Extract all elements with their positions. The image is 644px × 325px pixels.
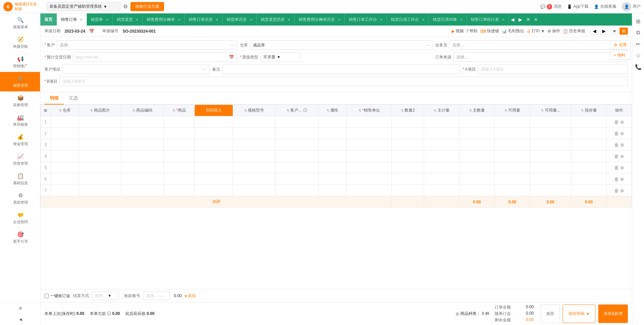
calendar-icon[interactable]: 📅 xyxy=(89,29,94,34)
tab-close-invoice-history[interactable]: ✕ xyxy=(250,18,252,22)
col-image[interactable]: ⇅ 商品图片 xyxy=(79,105,121,116)
col-available[interactable]: ⇅ 可用量 xyxy=(495,105,530,116)
sidebar-item-guide[interactable]: 🎯 新手引导 xyxy=(0,228,40,247)
right-panel-edit-icon[interactable]: ✏ xyxy=(633,39,643,49)
delete-row-2-btn[interactable]: 🗑 xyxy=(614,131,619,136)
tab-close-invoice[interactable]: ✕ xyxy=(106,18,108,22)
sidebar-item-marketing[interactable]: 📢 营销推广 xyxy=(0,52,40,72)
tab-close-expense-history[interactable]: ✕ xyxy=(338,18,340,22)
right-panel-star-icon[interactable]: ☆ xyxy=(633,50,643,60)
gear-icon[interactable]: ⚙ xyxy=(123,3,128,10)
b-project-input[interactable]: 请输入B项目 xyxy=(60,77,628,86)
app-download-btn[interactable]: 📱 App下载 xyxy=(567,4,589,9)
salesperson-input[interactable]: 选择... xyxy=(449,40,628,50)
tab-detail[interactable]: 明细 xyxy=(44,92,64,105)
profit-estimate-btn[interactable]: 📊 毛利预估 xyxy=(502,28,524,34)
settings-float-btn[interactable]: ⚙ 设置 xyxy=(610,40,631,49)
form-view-btn[interactable]: ⊞ xyxy=(619,28,628,35)
tab-menu-btn[interactable]: ≡ xyxy=(532,13,539,26)
sidebar-item-quicknav[interactable]: 🧭 快捷导航 xyxy=(0,33,40,52)
sidebar-item-operations[interactable]: 📈 经营管理 xyxy=(0,150,40,169)
system-selector[interactable]: 装备及固定资产辅助管理系统 ▼ xyxy=(46,2,120,11)
right-panel-copy-icon[interactable]: ⧉ xyxy=(633,28,643,38)
sidebar-settings-btn[interactable]: ⚙ xyxy=(0,303,40,314)
col-customer-code[interactable]: ⇅ 客户... ⓘ xyxy=(275,105,318,116)
save-new-btn[interactable]: 保存&新增 xyxy=(598,304,628,323)
customer-dots-btn[interactable]: ··· xyxy=(230,42,234,48)
order-source-input[interactable]: 选择... xyxy=(453,52,628,62)
col-scan[interactable]: 扫码录入 xyxy=(195,105,233,116)
col-unit[interactable]: ⇅ *销售单位 xyxy=(347,105,392,116)
history-order-btn[interactable]: 📋 历史单据 xyxy=(563,28,585,34)
tab-summary[interactable]: 汇总 xyxy=(64,92,83,105)
tab-sales-order[interactable]: 销售订单 ✕ xyxy=(57,13,87,26)
delete-row-1-btn[interactable]: 🗑 xyxy=(614,119,619,125)
sidebar-item-sales[interactable]: 🛒 销售管理 xyxy=(0,72,40,91)
invoice-type-select[interactable]: 不开票 ▼ xyxy=(260,52,301,62)
help-btn[interactable]: ? 帮助 xyxy=(466,28,478,34)
online-service-btn[interactable]: 👤 在线客服 xyxy=(594,4,616,9)
col-settings[interactable]: ⚙ xyxy=(41,105,51,116)
delete-row-4-btn[interactable]: 🗑 xyxy=(614,154,619,159)
col-main-qty[interactable]: ⇅ 主数量 xyxy=(459,105,495,116)
tab-close-sales-order[interactable]: ✕ xyxy=(80,18,82,22)
sidebar-item-system[interactable]: ⚙ 系统管理 xyxy=(0,189,40,208)
message-btn[interactable]: 💬 9 消息 xyxy=(540,4,562,9)
sidebar-item-basic-info[interactable]: 📋 基础信息 xyxy=(0,169,40,189)
prev-record-btn[interactable]: ◀ xyxy=(591,28,599,35)
next-record-btn[interactable]: ▶ xyxy=(600,28,608,35)
tab-sales-return[interactable]: 销货退货 ✕ xyxy=(113,13,143,26)
tab-order-history[interactable]: 销售订单历史 ✕ xyxy=(185,13,223,26)
tab-return-history[interactable]: 销货退货历史 ✕ xyxy=(257,13,295,26)
save-draft-btn[interactable]: 保存草稿 ▼ xyxy=(563,304,596,323)
tab-reconciliation[interactable]: 钱货日清对账 ✕ xyxy=(429,13,467,26)
copy-row-3-btn[interactable]: ⊕ xyxy=(620,142,624,148)
tab-sales-invoice[interactable]: 销货单 ✕ xyxy=(87,13,113,26)
tab-order-workbench[interactable]: 销售订单工作台 ✕ xyxy=(345,13,387,26)
add-payment-btn[interactable]: ● 添加 xyxy=(184,293,195,299)
tab-close-workbench[interactable]: ✕ xyxy=(380,18,382,22)
right-panel-table-icon[interactable]: ⊞ xyxy=(633,16,643,26)
tab-close-reconciliation[interactable]: ✕ xyxy=(460,18,462,22)
tab-close-all-btn[interactable]: ✕ xyxy=(524,13,532,26)
right-panel-phone-icon[interactable]: 📞 xyxy=(633,62,643,72)
print-btn[interactable]: 🖨 打印 ▼ xyxy=(527,28,545,34)
col-product[interactable]: ⇅ *商品 xyxy=(164,105,195,116)
tab-close-daily-workbench[interactable]: ✕ xyxy=(422,18,424,22)
notes-input[interactable] xyxy=(222,65,460,74)
col-available2[interactable]: ⇅ 可用量... xyxy=(530,105,571,116)
tab-statistics[interactable]: 销售订单统计表 ✕ xyxy=(467,13,509,26)
one-click-checkbox[interactable]: 一键收订金 xyxy=(44,293,70,299)
operation-btn[interactable]: ⚙ 操作 xyxy=(547,28,560,34)
tab-expense-split[interactable]: 销售费用分摊单 ✕ xyxy=(143,13,185,26)
delete-row-5-btn[interactable]: 🗑 xyxy=(614,165,619,170)
tab-close-order-history[interactable]: ✕ xyxy=(216,18,218,22)
col-spec[interactable]: ⇅ 规格型号 xyxy=(233,105,275,116)
user-menu-btn[interactable]: 👤 用户 xyxy=(622,2,641,11)
list-view-btn[interactable]: ≡ xyxy=(611,28,618,35)
a-project-input[interactable]: 请输入A项目 xyxy=(478,65,628,74)
col-qty2[interactable]: ⇅ 数量2 xyxy=(392,105,424,116)
sidebar-item-search[interactable]: 🔍 搜索菜单 xyxy=(0,13,40,33)
copy-row-6-btn[interactable]: ⊕ xyxy=(620,176,624,182)
calendar-field-icon[interactable]: 📅 xyxy=(229,55,234,59)
industry-btn[interactable]: 体验行业方案 xyxy=(130,2,164,11)
col-main-unit[interactable]: ⇅ 主计量 xyxy=(424,105,459,116)
one-click-checkbox-input[interactable] xyxy=(44,294,49,298)
sidebar-collapse-btn[interactable]: ◀ xyxy=(0,314,40,325)
sidebar-item-inventory[interactable]: 🏭 库存核算 xyxy=(0,111,40,130)
copy-row-1-btn[interactable]: ⊕ xyxy=(620,119,624,125)
payment-method-select[interactable]: 选择... ▼ xyxy=(92,291,119,300)
tab-close-return-history[interactable]: ✕ xyxy=(288,18,290,22)
warehouse-input[interactable]: 成品库 ··· xyxy=(250,40,432,50)
delete-row-6-btn[interactable]: 🗑 xyxy=(614,176,619,182)
sidebar-item-finance[interactable]: 💰 资金管理 xyxy=(0,130,40,150)
video-btn[interactable]: ▶ 视频 xyxy=(452,28,464,34)
copy-row-5-btn[interactable]: ⊕ xyxy=(620,165,624,170)
bank-account-select[interactable]: 选择... ··· xyxy=(143,291,170,300)
col-current-stock[interactable]: ⇅ 现存量 xyxy=(571,105,606,116)
col-code[interactable]: ⇅ 商品编码 xyxy=(121,105,164,116)
customer-input[interactable]: 选择... ··· xyxy=(57,40,237,50)
tab-next-btn[interactable]: ▶ xyxy=(517,13,524,26)
copy-row-7-btn[interactable]: ⊕ xyxy=(620,188,624,193)
